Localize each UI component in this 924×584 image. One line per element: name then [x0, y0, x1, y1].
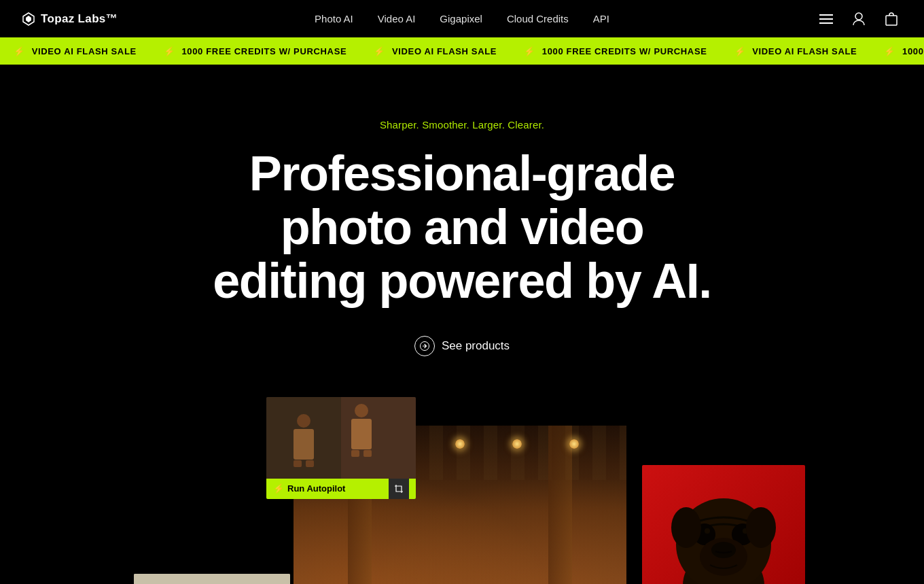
bolt-icon: ⚡ — [164, 46, 175, 56]
crop-icon — [394, 484, 404, 494]
svg-rect-3 — [819, 18, 833, 20]
svg-rect-12 — [355, 404, 368, 417]
user-icon — [853, 12, 865, 26]
lightning-icon: ⚡ — [273, 483, 284, 494]
svg-rect-14 — [351, 450, 359, 457]
svg-rect-6 — [886, 16, 897, 25]
svg-rect-4 — [819, 22, 833, 24]
svg-rect-9 — [294, 429, 314, 460]
ticker-item: ⚡ 1000 FREE CREDITS W/ PURCHASE — [510, 46, 720, 56]
arrow-right-icon — [420, 341, 429, 351]
nav-cloud-credits[interactable]: Cloud Credits — [507, 13, 569, 24]
cart-button[interactable] — [881, 8, 902, 30]
light-bulb — [455, 439, 465, 449]
light-bulb — [569, 439, 579, 449]
hero-title: Professional-grade photo and video editi… — [204, 147, 720, 309]
ticker-track: ⚡ VIDEO AI FLASH SALE ⚡ 1000 FREE CREDIT… — [0, 46, 924, 56]
svg-point-33 — [746, 507, 776, 548]
arrow-circle-icon — [414, 336, 435, 356]
hero-section: Sharper. Smoother. Larger. Clearer. Prof… — [0, 65, 924, 397]
media-grid: ⚡ Run Autopilot — [0, 397, 924, 584]
after-thumb — [341, 397, 416, 479]
menu-icon — [819, 14, 833, 24]
nav-actions — [815, 8, 902, 30]
svg-rect-15 — [363, 450, 372, 457]
person-figure-after — [344, 397, 378, 458]
ticker-banner: ⚡ VIDEO AI FLASH SALE ⚡ 1000 FREE CREDIT… — [0, 37, 924, 65]
logo[interactable]: Topaz Labs™ — [22, 12, 118, 26]
bolt-icon: ⚡ — [374, 46, 385, 56]
bolt-icon: ⚡ — [14, 46, 25, 56]
nav-gigapixel[interactable]: Gigapixel — [440, 13, 482, 24]
before-after-card: ⚡ Run Autopilot — [266, 397, 416, 499]
see-products-button[interactable]: See products — [414, 336, 510, 356]
svg-point-31 — [711, 542, 736, 558]
before-thumb — [266, 397, 341, 479]
landscape-photo-card — [134, 574, 290, 584]
landscape-illustration — [134, 574, 290, 584]
svg-rect-10 — [294, 460, 302, 467]
person-figure-before — [287, 407, 321, 468]
topaz-logo-icon — [22, 12, 35, 26]
bolt-icon: ⚡ — [734, 46, 746, 56]
pug-photo-card — [642, 465, 805, 584]
svg-point-32 — [671, 507, 701, 548]
pug-figure — [642, 465, 805, 584]
ticker-item: ⚡ VIDEO AI FLASH SALE — [0, 46, 150, 56]
nav-photo-ai[interactable]: Photo AI — [315, 13, 353, 24]
ticker-item: ⚡ VIDEO AI FLASH SALE — [721, 46, 871, 56]
light-bulb — [512, 439, 522, 449]
crop-button[interactable] — [389, 479, 409, 499]
logo-text: Topaz Labs™ — [41, 12, 118, 26]
cart-icon — [885, 12, 898, 26]
svg-rect-13 — [351, 419, 372, 449]
nav-video-ai[interactable]: Video AI — [378, 13, 416, 24]
svg-marker-1 — [26, 16, 31, 22]
svg-rect-34 — [134, 574, 290, 584]
bolt-icon: ⚡ — [884, 46, 895, 56]
nav-api[interactable]: API — [593, 13, 609, 24]
hero-tagline: Sharper. Smoother. Larger. Clearer. — [380, 119, 544, 131]
ticker-item: ⚡ 1000 FREE CREDITS W/ PURCHASE — [150, 46, 360, 56]
nav-links: Photo AI Video AI Gigapixel Cloud Credit… — [315, 13, 609, 24]
svg-point-5 — [855, 13, 862, 20]
autopilot-label[interactable]: ⚡ Run Autopilot — [273, 483, 345, 494]
svg-rect-11 — [306, 460, 314, 467]
svg-point-28 — [705, 528, 710, 534]
user-button[interactable] — [848, 8, 870, 30]
navigation: Topaz Labs™ Photo AI Video AI Gigapixel … — [0, 0, 924, 37]
svg-rect-8 — [297, 414, 310, 428]
column-right — [548, 426, 572, 584]
pug-illustration — [656, 477, 792, 584]
autopilot-bar: ⚡ Run Autopilot — [266, 479, 416, 499]
ticker-item: ⚡ 1000 FREE CREDITS W/ PURCHASE — [870, 46, 924, 56]
menu-button[interactable] — [815, 8, 837, 30]
ticker-item: ⚡ VIDEO AI FLASH SALE — [360, 46, 510, 56]
bolt-icon: ⚡ — [524, 46, 535, 56]
svg-rect-2 — [819, 14, 833, 16]
